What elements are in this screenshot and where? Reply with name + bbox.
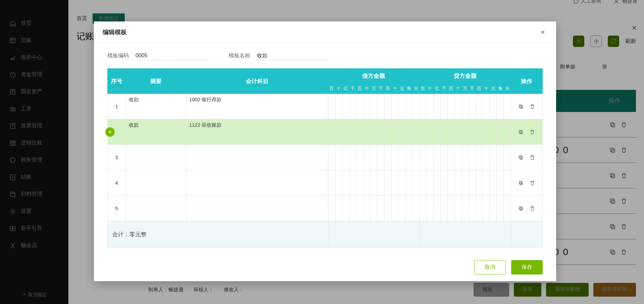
credit-digit[interactable] (447, 94, 454, 119)
debit-digit[interactable] (413, 145, 420, 170)
credit-digit[interactable] (504, 94, 511, 119)
debit-digit[interactable] (377, 119, 384, 145)
credit-digit[interactable] (469, 119, 476, 145)
debit-digit[interactable] (349, 145, 356, 170)
credit-digit[interactable] (433, 196, 440, 221)
debit-digit[interactable] (328, 94, 335, 119)
debit-digit[interactable] (398, 145, 406, 170)
credit-digit[interactable] (454, 145, 462, 170)
credit-digit[interactable] (497, 119, 504, 145)
credit-digit[interactable] (440, 196, 447, 221)
debit-digit[interactable] (384, 94, 391, 119)
debit-digit[interactable] (391, 196, 398, 221)
modal-cancel-button[interactable]: 取消 (474, 260, 506, 275)
delete-row-icon[interactable] (529, 129, 535, 135)
debit-digit[interactable] (328, 119, 335, 145)
credit-digit[interactable] (420, 196, 427, 221)
credit-digit[interactable] (483, 94, 490, 119)
debit-digit[interactable] (406, 145, 413, 170)
credit-digit[interactable] (476, 170, 483, 196)
debit-digit[interactable] (413, 94, 420, 119)
copy-row-icon[interactable] (518, 129, 524, 135)
credit-digit[interactable] (440, 145, 447, 170)
debit-digit[interactable] (342, 170, 349, 196)
debit-digit[interactable] (356, 119, 363, 145)
debit-digit[interactable] (363, 119, 370, 145)
row-summary[interactable] (126, 145, 186, 170)
debit-digit[interactable] (413, 196, 420, 221)
debit-digit[interactable] (406, 196, 413, 221)
credit-digit[interactable] (497, 196, 504, 221)
credit-digit[interactable] (454, 196, 462, 221)
credit-digit[interactable] (469, 145, 476, 170)
debit-digit[interactable] (335, 145, 342, 170)
modal-close-button[interactable] (538, 27, 547, 37)
debit-digit[interactable] (398, 196, 406, 221)
row-account[interactable]: 1002 银行存款 (186, 94, 328, 119)
debit-digit[interactable] (335, 170, 342, 196)
credit-digit[interactable] (420, 145, 427, 170)
debit-digit[interactable] (377, 196, 384, 221)
row-summary[interactable]: 收款 (126, 94, 186, 119)
credit-digit[interactable] (469, 94, 476, 119)
credit-digit[interactable] (497, 170, 504, 196)
credit-digit[interactable] (426, 170, 433, 196)
debit-digit[interactable] (328, 170, 335, 196)
copy-row-icon[interactable] (518, 180, 524, 186)
credit-digit[interactable] (426, 196, 433, 221)
debit-digit[interactable] (363, 170, 370, 196)
credit-digit[interactable] (469, 170, 476, 196)
delete-row-icon[interactable] (529, 205, 535, 211)
credit-digit[interactable] (462, 196, 469, 221)
credit-digit[interactable] (476, 145, 483, 170)
debit-digit[interactable] (370, 196, 377, 221)
row-account[interactable] (186, 170, 328, 196)
debit-digit[interactable] (391, 119, 398, 145)
credit-digit[interactable] (447, 119, 454, 145)
row-summary[interactable] (126, 170, 186, 196)
credit-digit[interactable] (440, 119, 447, 145)
debit-digit[interactable] (356, 145, 363, 170)
debit-digit[interactable] (349, 119, 356, 145)
debit-digit[interactable] (356, 94, 363, 119)
debit-digit[interactable] (384, 145, 391, 170)
credit-digit[interactable] (426, 145, 433, 170)
credit-digit[interactable] (476, 94, 483, 119)
credit-digit[interactable] (454, 170, 462, 196)
credit-digit[interactable] (497, 94, 504, 119)
debit-digit[interactable] (406, 170, 413, 196)
credit-digit[interactable] (497, 145, 504, 170)
credit-digit[interactable] (454, 119, 462, 145)
credit-digit[interactable] (462, 119, 469, 145)
copy-row-icon[interactable] (518, 205, 524, 211)
debit-digit[interactable] (335, 119, 342, 145)
debit-digit[interactable] (377, 94, 384, 119)
row-account[interactable] (186, 196, 328, 221)
copy-row-icon[interactable] (518, 155, 524, 161)
delete-row-icon[interactable] (529, 155, 535, 161)
debit-digit[interactable] (335, 196, 342, 221)
credit-digit[interactable] (454, 94, 462, 119)
credit-digit[interactable] (420, 94, 427, 119)
debit-digit[interactable] (413, 170, 420, 196)
debit-digit[interactable] (377, 170, 384, 196)
debit-digit[interactable] (391, 170, 398, 196)
credit-digit[interactable] (490, 145, 497, 170)
credit-digit[interactable] (476, 119, 483, 145)
debit-digit[interactable] (342, 196, 349, 221)
debit-digit[interactable] (349, 94, 356, 119)
debit-digit[interactable] (370, 119, 377, 145)
template-code-input[interactable] (135, 51, 207, 60)
debit-digit[interactable] (377, 145, 384, 170)
debit-digit[interactable] (384, 119, 391, 145)
credit-digit[interactable] (433, 145, 440, 170)
debit-digit[interactable] (342, 94, 349, 119)
credit-digit[interactable] (504, 119, 511, 145)
debit-digit[interactable] (384, 170, 391, 196)
credit-digit[interactable] (476, 196, 483, 221)
debit-digit[interactable] (370, 145, 377, 170)
credit-digit[interactable] (433, 94, 440, 119)
credit-digit[interactable] (440, 170, 447, 196)
credit-digit[interactable] (462, 94, 469, 119)
credit-digit[interactable] (490, 170, 497, 196)
